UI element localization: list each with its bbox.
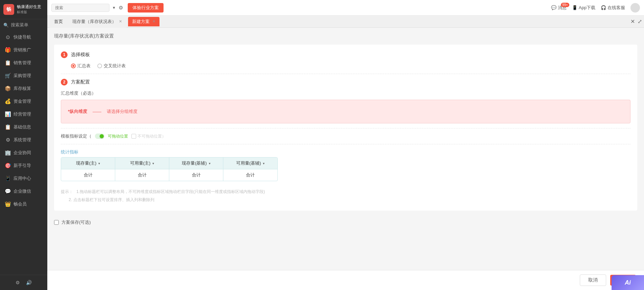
dimension-box[interactable]: *纵向维度 —— 请选择分组维度 — [61, 100, 630, 123]
dimension-required-label: *纵向维度 — [68, 108, 87, 115]
page-title: 现存量(库存状况表)方案设置 — [54, 33, 637, 39]
col-available-main-label: 可用量(主) — [130, 160, 151, 166]
col-available-aux[interactable]: 可用量(基辅) ▾ — [223, 158, 277, 169]
cell-available-aux: 合计 — [223, 169, 277, 181]
close-tab-icon[interactable]: ✕ — [630, 18, 635, 25]
draggable-label: 可拖动位置 — [108, 134, 128, 139]
col-current-aux[interactable]: 现存量(基辅) ▾ — [169, 158, 223, 169]
avatar — [630, 3, 640, 13]
stats-table-body: 合计 合计 合计 合计 — [61, 169, 277, 181]
topbar-dropdown-icon[interactable]: ▾ — [113, 5, 115, 10]
new-scheme-tab-label: 新建方案 — [132, 19, 150, 25]
new-scheme-tab-close[interactable]: ✕ — [152, 19, 155, 24]
footer: 取消 查询 — [47, 270, 644, 290]
sidebar-bottom: ⚙ 🔊 — [0, 275, 47, 290]
sidebar-item-marketing[interactable]: 🎁 营销推广 — [0, 44, 47, 56]
app-download-button[interactable]: 📱 App下载 — [572, 5, 595, 11]
dimension-separator: —— — [93, 109, 101, 114]
indicator-toggle[interactable] — [95, 134, 104, 139]
topbar: ▾ ⚙ 体验行业方案 💬 消息 99+ 📱 App下载 🎧 在线客服 — [47, 0, 644, 16]
app-edition: 标准版 — [17, 10, 41, 15]
download-icon: 📱 — [572, 5, 577, 10]
content-area: 现存量(库存状况表)方案设置 1 选择模板 汇总表 交叉统计表 — [47, 28, 644, 270]
message-icon: 💬 — [551, 5, 556, 10]
col-available-main[interactable]: 可用量(主) ▾ — [115, 158, 169, 169]
col-current-main-label: 现存量(主) — [76, 160, 97, 166]
sidebar-item-label: 经营管理 — [14, 111, 31, 117]
sidebar-item-operations[interactable]: 📊 经营管理 — [0, 108, 47, 121]
save-checkbox[interactable] — [54, 220, 59, 225]
step2-header: 2 方案配置 — [61, 79, 630, 86]
sidebar-item-label: 库存核算 — [14, 86, 31, 92]
sidebar-item-label: 快捷导航 — [14, 34, 31, 40]
inventory-icon: 📦 — [5, 86, 11, 92]
topbar-gear-icon[interactable]: ⚙ — [119, 5, 123, 11]
basic-icon: 📋 — [5, 124, 11, 130]
sidebar-item-appcenter[interactable]: 📱 应用中心 — [0, 172, 47, 185]
online-service-button[interactable]: 🎧 在线客服 — [601, 5, 625, 11]
step2-label: 方案配置 — [71, 79, 90, 85]
sidebar-item-label: 基础信息 — [14, 124, 31, 130]
sidebar-item-inventory[interactable]: 📦 库存核算 — [0, 82, 47, 95]
col-available-aux-chevron: ▾ — [263, 162, 265, 165]
tab-actions: ✕ ⤢ — [630, 18, 642, 25]
sidebar-item-wechat[interactable]: 💬 企业微信 — [0, 185, 47, 198]
radio-summary[interactable]: 汇总表 — [71, 63, 91, 69]
sidebar-item-enterprise[interactable]: 🏢 企业协同 — [0, 146, 47, 159]
sidebar-item-newguide[interactable]: 🎯 新手引导 — [0, 159, 47, 172]
ai-button[interactable]: Ai — [612, 275, 644, 290]
settings-icon[interactable]: ⚙ — [14, 278, 22, 287]
step1-number: 1 — [61, 51, 68, 58]
indicator-divider — [61, 144, 630, 144]
enterprise-icon: 🏢 — [5, 150, 11, 156]
sidebar-item-purchase[interactable]: 🛒 采购管理 — [0, 69, 47, 82]
inventory-status-tab-close[interactable]: ✕ — [119, 19, 122, 24]
purchase-icon: 🛒 — [5, 73, 11, 79]
sound-icon[interactable]: 🔊 — [24, 278, 34, 287]
sidebar: 畅 畅康通好生意 标准版 🔍 搜索菜单 ⊙ 快捷导航 🎁 营销推广 📋 销售管理… — [0, 0, 47, 290]
nodrag-icon — [131, 134, 136, 139]
cell-available-main: 合计 — [115, 169, 169, 181]
cancel-button[interactable]: 取消 — [580, 274, 606, 286]
user-avatar[interactable] — [630, 3, 640, 13]
radio-cross-label: 交叉统计表 — [104, 63, 126, 69]
sidebar-item-system[interactable]: ⚙ 系统管理 — [0, 134, 47, 146]
trial-button[interactable]: 体验行业方案 — [128, 3, 164, 13]
marketing-icon: 🎁 — [5, 47, 11, 53]
messages-badge: 99+ — [561, 3, 569, 7]
radio-summary-label: 汇总表 — [77, 63, 91, 69]
tab-new-scheme[interactable]: 新建方案 ✕ — [128, 17, 159, 26]
template-radio-group: 汇总表 交叉统计表 — [71, 63, 630, 69]
sidebar-item-label: 畅会员 — [14, 201, 27, 207]
nodraggable-label: 不可拖动位置） — [131, 134, 166, 139]
col-current-main-chevron: ▾ — [98, 162, 100, 165]
sidebar-item-finance[interactable]: 💰 资金管理 — [0, 95, 47, 108]
scheme-settings-card: 1 选择模板 汇总表 交叉统计表 2 方案配置 汇总维度（必选） — [54, 45, 637, 211]
tab-home[interactable]: 首页 — [49, 16, 68, 28]
main-content: ▾ ⚙ 体验行业方案 💬 消息 99+ 📱 App下载 🎧 在线客服 首页 — [47, 0, 644, 290]
sidebar-item-label: 应用中心 — [14, 175, 31, 182]
sidebar-logo-texts: 畅康通好生意 标准版 — [17, 4, 41, 15]
radio-cross-dot — [97, 64, 102, 68]
sidebar-item-basic[interactable]: 📋 基础信息 — [0, 121, 47, 134]
sidebar-item-shortcut[interactable]: ⊙ 快捷导航 — [0, 31, 47, 44]
radio-cross[interactable]: 交叉统计表 — [97, 63, 126, 69]
col-current-main[interactable]: 现存量(主) ▾ — [61, 158, 115, 169]
sidebar-search[interactable]: 🔍 搜索菜单 — [0, 19, 47, 31]
topbar-search-input[interactable] — [51, 4, 109, 12]
step1-label: 选择模板 — [71, 52, 90, 58]
messages-button[interactable]: 💬 消息 99+ — [551, 5, 567, 11]
sidebar-item-sales[interactable]: 📋 销售管理 — [0, 56, 47, 69]
tab-inventory-status[interactable]: 现存量（库存状况表） ✕ — [68, 16, 127, 28]
col-available-aux-label: 可用量(基辅) — [236, 160, 261, 166]
dimension-divider — [61, 128, 630, 128]
stats-table: 现存量(主) ▾ 可用量(主) ▾ 现存量(基辅) ▾ 可用量(基辅) ▾ — [61, 157, 278, 181]
step1-header: 1 选择模板 — [61, 51, 630, 58]
indicator-setting-text: 模板指标设定（ — [61, 133, 92, 139]
save-option-row: 方案保存(可选) — [54, 216, 637, 229]
expand-icon[interactable]: ⤢ — [638, 18, 642, 25]
stats-section-label: 统计指标 — [61, 149, 630, 155]
shortcut-icon: ⊙ — [5, 34, 11, 40]
ai-label: Ai — [625, 279, 631, 286]
sidebar-item-member[interactable]: 👑 畅会员 — [0, 198, 47, 211]
